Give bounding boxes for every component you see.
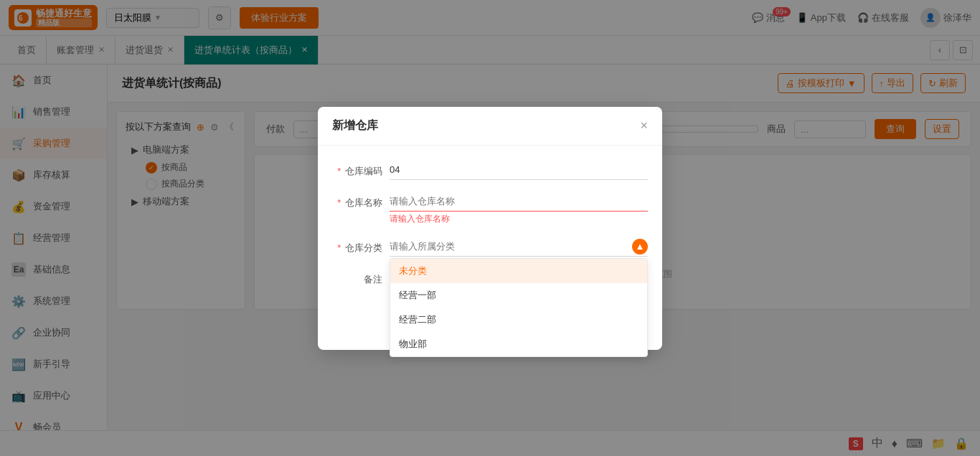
code-label: * 仓库编码 bbox=[332, 160, 390, 178]
modal-header: 新增仓库 × bbox=[318, 107, 662, 146]
modal-overlay: 新增仓库 × * 仓库编码 * 仓库名称 bbox=[0, 0, 980, 456]
dept2-label: 经营二部 bbox=[399, 314, 436, 325]
category-input[interactable] bbox=[390, 237, 648, 257]
category-required-star: * bbox=[337, 242, 341, 253]
category-field-row: * 仓库分类 ▲ 未分类 经营一部 bbox=[332, 237, 648, 257]
code-field-row: * 仓库编码 bbox=[332, 160, 648, 180]
category-dropdown-list: 未分类 经营一部 经营二部 物业部 bbox=[390, 258, 648, 357]
name-required-star: * bbox=[337, 197, 341, 208]
name-error-message: 请输入仓库名称 bbox=[390, 213, 648, 225]
modal-body: * 仓库编码 * 仓库名称 请输入仓库名称 bbox=[318, 146, 662, 314]
modal-close-button[interactable]: × bbox=[640, 119, 648, 132]
name-input-wrap: 请输入仓库名称 bbox=[390, 191, 648, 225]
category-select-wrap: ▲ 未分类 经营一部 经营二部 物业部 bbox=[390, 237, 648, 257]
name-label: * 仓库名称 bbox=[332, 191, 390, 209]
category-label: * 仓库分类 bbox=[332, 237, 390, 255]
note-label: 备注 bbox=[332, 268, 390, 286]
name-input[interactable] bbox=[390, 191, 648, 212]
add-warehouse-modal: 新增仓库 × * 仓库编码 * 仓库名称 bbox=[318, 107, 662, 350]
modal-title: 新增仓库 bbox=[332, 118, 378, 133]
property-label: 物业部 bbox=[399, 338, 427, 349]
unclassified-label: 未分类 bbox=[399, 265, 427, 276]
category-dropdown-toggle[interactable]: ▲ bbox=[632, 239, 648, 255]
dropdown-item-dept1[interactable]: 经营一部 bbox=[390, 283, 647, 308]
code-required-star: * bbox=[337, 166, 341, 176]
code-input-wrap bbox=[390, 160, 648, 180]
name-field-row: * 仓库名称 请输入仓库名称 bbox=[332, 191, 648, 225]
dropdown-item-property[interactable]: 物业部 bbox=[390, 332, 647, 356]
code-input[interactable] bbox=[390, 160, 648, 180]
chevron-up-icon: ▲ bbox=[636, 241, 645, 252]
dept1-label: 经营一部 bbox=[399, 290, 436, 300]
dropdown-item-unclassified[interactable]: 未分类 bbox=[390, 259, 647, 283]
dropdown-item-dept2[interactable]: 经营二部 bbox=[390, 308, 647, 332]
